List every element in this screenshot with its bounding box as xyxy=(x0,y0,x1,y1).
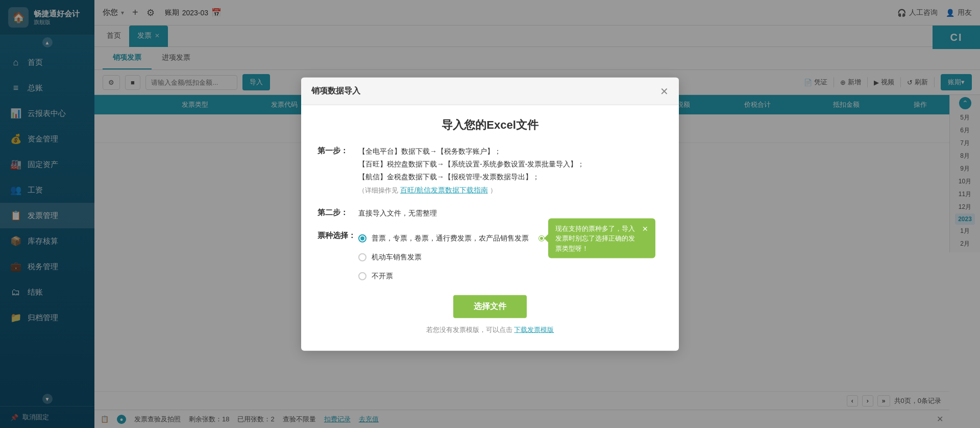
step1: 第一步： 【全电平台】数据下载→【税务数字账户】； 【百旺】税控盘数据下载→【系… xyxy=(317,145,663,197)
step1-label: 第一步： xyxy=(317,145,358,156)
radio-no-invoice-label: 不开票 xyxy=(372,270,393,282)
step1-line3: 【航信】金税盘数据下载→【报税管理-发票数据导出】； xyxy=(358,171,663,183)
step2: 第二步： 直接导入文件，无需整理 xyxy=(317,207,663,220)
download-template-row: 若您没有发票模版，可以点击 下载发票模版 xyxy=(317,325,663,334)
radio-motor-circle xyxy=(358,253,366,261)
step2-text: 直接导入文件，无需整理 xyxy=(358,209,437,217)
download-prefix: 若您没有发票模版，可以点击 xyxy=(426,325,512,333)
tooltip-anchor: ✕ 现在支持的票种多了，导入发票时别忘了选择正确的发票类型呀！ xyxy=(539,235,544,241)
step2-label: 第二步： xyxy=(317,207,358,218)
radio-no-invoice-option[interactable]: 不开票 xyxy=(358,270,663,282)
download-template-link[interactable]: 下载发票模版 xyxy=(514,325,554,333)
select-file-button[interactable]: 选择文件 xyxy=(453,295,527,318)
step1-note-link[interactable]: 百旺/航信发票数据下载指南 xyxy=(400,185,488,194)
ticket-type-label: 票种选择： xyxy=(317,230,358,241)
ticket-options: 普票，专票，卷票，通行费发票，农产品销售发票 ✕ 现在支持的票种多了，导入发票时… xyxy=(358,230,663,283)
radio-group: 普票，专票，卷票，通行费发票，农产品销售发票 ✕ 现在支持的票种多了，导入发票时… xyxy=(358,232,663,283)
tooltip-arrow xyxy=(544,234,548,242)
step1-content: 【全电平台】数据下载→【税务数字账户】； 【百旺】税控盘数据下载→【系统设置-系… xyxy=(358,145,663,197)
tooltip-close-btn[interactable]: ✕ xyxy=(642,223,648,234)
import-dialog: 销项数据导入 ✕ 导入您的Excel文件 第一步： 【全电平台】数据下载→【税务… xyxy=(301,78,679,351)
radio-normal-circle xyxy=(358,234,366,242)
radio-normal-option[interactable]: 普票，专票，卷票，通行费发票，农产品销售发票 xyxy=(358,232,529,245)
step1-note: （详细操作见 百旺/航信发票数据下载指南 ） xyxy=(358,183,663,196)
radio-normal-label: 普票，专票，卷票，通行费发票，农产品销售发票 xyxy=(372,232,529,245)
radio-motor-label: 机动车销售发票 xyxy=(372,251,422,264)
dialog-body: 导入您的Excel文件 第一步： 【全电平台】数据下载→【税务数字账户】； 【百… xyxy=(301,105,679,351)
step2-content: 直接导入文件，无需整理 xyxy=(358,207,663,220)
tooltip-bubble: ✕ 现在支持的票种多了，导入发票时别忘了选择正确的发票类型呀！ xyxy=(548,218,655,258)
radio-item-normal: 普票，专票，卷票，通行费发票，农产品销售发票 ✕ 现在支持的票种多了，导入发票时… xyxy=(358,232,663,245)
tooltip-content: 现在支持的票种多了，导入发票时别忘了选择正确的发票类型呀！ xyxy=(555,224,635,252)
step1-note-prefix: （详细操作见 xyxy=(358,186,398,194)
step1-line2: 【百旺】税控盘数据下载→【系统设置-系统参数设置-发票批量导入】； xyxy=(358,158,663,171)
tooltip-dot xyxy=(539,235,544,241)
radio-no-invoice-circle xyxy=(358,272,366,280)
ticket-type-row: 票种选择： 普票，专票，卷票，通行费发票，农产品销售发票 ✕ xyxy=(317,230,663,283)
step1-line1: 【全电平台】数据下载→【税务数字账户】； xyxy=(358,145,663,158)
dialog-main-title: 导入您的Excel文件 xyxy=(317,117,663,133)
dialog-title: 销项数据导入 xyxy=(311,86,360,97)
dialog-header: 销项数据导入 ✕ xyxy=(301,78,679,105)
dialog-close-button[interactable]: ✕ xyxy=(660,86,669,96)
step1-note-suffix: ） xyxy=(490,186,497,194)
